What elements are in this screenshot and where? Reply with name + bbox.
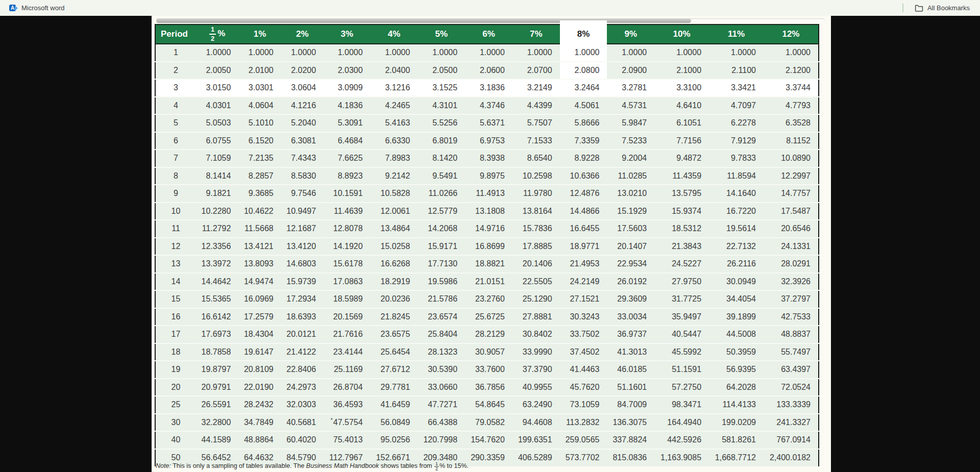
value-cell: 21.5786 — [418, 290, 465, 308]
col-header-1pct: 1% — [238, 24, 281, 44]
value-cell: 33.7502 — [560, 326, 607, 343]
value-cell: 15.5365 — [196, 290, 238, 308]
value-cell: 19.5614 — [709, 220, 764, 238]
value-cell: 2.1000 — [654, 62, 709, 80]
value-cell: 18.4304 — [238, 326, 281, 343]
period-cell: 25 — [155, 396, 196, 414]
value-cell: 767.0914 — [764, 431, 819, 449]
table-row-period-11: 1111.279211.566812.168712.807813.486414.… — [155, 220, 819, 238]
value-cell: 16.7220 — [709, 203, 764, 220]
period-cell: 12 — [155, 238, 196, 256]
value-cell: 199.6351 — [512, 431, 560, 449]
value-cell: 18.7858 — [196, 343, 238, 361]
value-cell: 21.0151 — [465, 273, 512, 291]
bookmark-label: Microsoft word — [21, 4, 65, 12]
value-cell: 14.1920 — [324, 238, 371, 256]
value-cell: 4.4399 — [512, 97, 560, 115]
value-cell: 17.5487 — [764, 203, 819, 220]
value-cell: 32.3926 — [764, 273, 819, 291]
value-cell: 4.3746 — [465, 97, 512, 115]
period-cell: 13 — [155, 255, 196, 273]
value-cell: 3.0301 — [238, 79, 281, 97]
one-half-fraction: 12 — [209, 26, 216, 42]
period-cell: 17 — [155, 326, 196, 343]
value-cell: 25.8404 — [418, 326, 465, 343]
value-cell: 6.2278 — [709, 114, 764, 132]
table-row-period-5: 55.05035.10105.20405.30915.41635.52565.6… — [155, 114, 819, 132]
value-cell: 40.5447 — [654, 326, 709, 343]
value-cell: 4.0301 — [196, 97, 238, 115]
value-cell: 12.1687 — [281, 220, 324, 238]
value-cell: 25.6454 — [371, 343, 418, 361]
value-cell: 45.5992 — [654, 343, 709, 361]
value-cell: 7.1533 — [512, 132, 560, 150]
value-cell: 30.5390 — [418, 361, 465, 379]
value-cell: 26.8704 — [324, 379, 371, 396]
value-cell: 10.2598 — [512, 167, 560, 185]
value-cell: 5.8666 — [560, 114, 607, 132]
bookmark-microsoft-word[interactable]: A Microsoft word — [5, 3, 69, 14]
value-cell: 20.1407 — [607, 238, 654, 256]
value-cell: 21.8245 — [371, 308, 418, 326]
value-cell: 51.1601 — [607, 379, 654, 396]
value-cell: 10.4622 — [238, 203, 281, 220]
value-cell: 2.1200 — [764, 62, 819, 80]
value-cell: 12.2997 — [764, 167, 819, 185]
table-row-period-1: 11.00001.00001.00001.00001.00001.00001.0… — [155, 44, 819, 62]
value-cell: 30.9057 — [465, 343, 512, 361]
value-cell: 6.3081 — [281, 132, 324, 150]
value-cell: 5.0503 — [196, 114, 238, 132]
value-cell: 9.2004 — [607, 150, 654, 167]
value-cell: 72.0524 — [764, 379, 819, 396]
horizontal-scrollbar-thumb[interactable] — [156, 18, 691, 23]
col-header-12pct: 12% — [196, 24, 238, 44]
footnote-label: Note: — [156, 462, 171, 469]
value-cell: 8.6540 — [512, 150, 560, 167]
value-cell: 133.3339 — [764, 396, 819, 414]
value-cell: 57.2750 — [654, 379, 709, 396]
value-cell: 20.0121 — [281, 326, 324, 343]
value-cell: 28.1323 — [418, 343, 465, 361]
value-cell: 17.7130 — [418, 255, 465, 273]
value-cell: 48.8864 — [238, 431, 281, 449]
table-row-period-10: 1010.228010.462210.949711.463912.006112.… — [155, 203, 819, 220]
value-cell: 15.9171 — [418, 238, 465, 256]
value-cell: 37.3790 — [512, 361, 560, 379]
value-cell: 1.0000 — [238, 44, 281, 62]
value-cell: 24.2973 — [281, 379, 324, 396]
page-canvas: Period12%1%2%3%4%5%6%7%8%9%10%11%12% 11.… — [0, 16, 980, 472]
value-cell: 14.9474 — [238, 273, 281, 291]
value-cell: 28.2129 — [465, 326, 512, 343]
value-cell: 1.0000 — [196, 44, 238, 62]
value-cell: 13.5795 — [654, 185, 709, 203]
value-cell: 37.4502 — [560, 343, 607, 361]
value-cell: 84.7009 — [607, 396, 654, 414]
value-cell: 3.2781 — [607, 79, 654, 97]
value-cell: 48.8837 — [764, 326, 819, 343]
value-cell: 5.4163 — [371, 114, 418, 132]
value-cell: 9.4872 — [654, 150, 709, 167]
value-cell: 16.6268 — [371, 255, 418, 273]
value-cell: 28.0291 — [764, 255, 819, 273]
value-cell: 44.5008 — [709, 326, 764, 343]
value-cell: 15.7836 — [512, 220, 560, 238]
value-cell: 13.4120 — [281, 238, 324, 256]
col-header-8pct: 8% — [560, 24, 607, 44]
value-cell: 1.0000 — [371, 44, 418, 62]
all-bookmarks-button[interactable]: All Bookmarks — [911, 3, 974, 13]
value-cell: 24.1331 — [764, 238, 819, 256]
period-cell: 14 — [155, 273, 196, 291]
one-half-fraction: 12 — [434, 462, 439, 471]
value-cell: 37.2797 — [764, 290, 819, 308]
value-cell: 30.8402 — [512, 326, 560, 343]
value-cell: 3.1525 — [418, 79, 465, 97]
value-cell: 7.5233 — [607, 132, 654, 150]
value-cell: 12.0061 — [371, 203, 418, 220]
value-cell: 7.4343 — [281, 150, 324, 167]
value-cell: 47.7271 — [418, 396, 465, 414]
value-cell: 23.4144 — [324, 343, 371, 361]
value-cell: 36.4593 — [324, 396, 371, 414]
value-cell: 63.4397 — [764, 361, 819, 379]
value-cell: 6.1520 — [238, 132, 281, 150]
horizontal-scrollbar-track[interactable] — [156, 18, 825, 23]
